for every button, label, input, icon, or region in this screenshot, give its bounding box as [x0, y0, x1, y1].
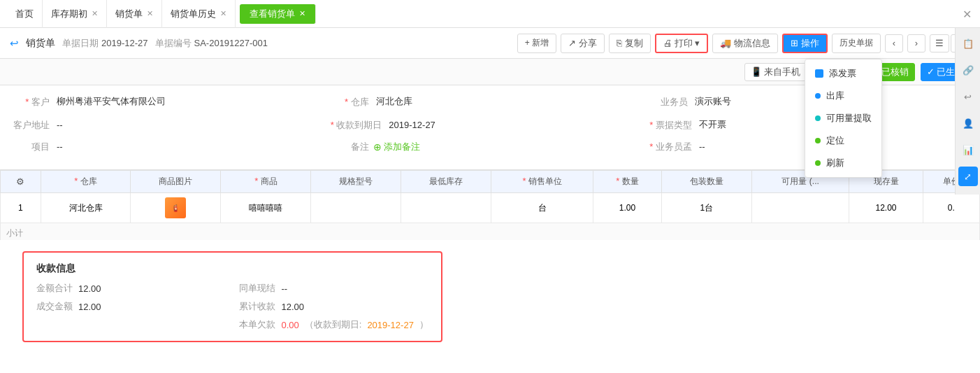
col-image: 商品图片	[131, 171, 221, 193]
tab-inventory-init[interactable]: 库存期初 ✕	[43, 0, 107, 28]
tab-bar: 首页 库存期初 ✕ 销货单 ✕ 销货单历史 ✕ 查看销货单 ✕ ✕	[0, 0, 980, 28]
meta-date: 单据日期 2019-12-27	[62, 37, 148, 50]
project-value: --	[54, 140, 138, 154]
customer-field: 客户 柳州粤港平安气体有限公司	[11, 94, 331, 110]
toolbar-right: + 新增 ↗ 分享 ⎘ 复制 🖨 打印 ▾ 🚚 物流信息 ⊞ 操作	[517, 34, 970, 53]
data-table: ⚙ * 仓库 商品图片 * 商品 规格型号 最低库存 * 销售单位 * 数量 包…	[0, 170, 980, 240]
tab-close-history[interactable]: ✕	[220, 9, 226, 18]
locate-dot	[815, 138, 821, 143]
dropdown-item-refresh[interactable]: 刷新	[805, 152, 881, 174]
invoice-icon	[815, 69, 823, 78]
table-container: ⚙ * 仓库 商品图片 * 商品 规格型号 最低库存 * 销售单位 * 数量 包…	[0, 170, 980, 240]
refresh-dot	[815, 160, 821, 166]
tab-view-sales[interactable]: 查看销货单 ✕	[240, 4, 316, 24]
cell-spec	[311, 193, 401, 223]
sidebar-icon-expand[interactable]: ⤢	[958, 167, 978, 186]
summary-area: 收款信息 金额合计 12.00 同单现结 -- 成交金额 12.00 累计收款 …	[22, 251, 442, 342]
mobile-icon: 📱	[751, 66, 762, 77]
print-icon: 🖨	[663, 38, 672, 48]
sidebar-icon-2[interactable]: 🔗	[958, 60, 978, 80]
cell-index: 1	[1, 193, 41, 223]
tab-close-sales[interactable]: ✕	[147, 9, 153, 18]
cell-available	[751, 193, 849, 223]
list-view-button[interactable]: ☰	[930, 34, 949, 52]
col-settings[interactable]: ⚙	[1, 171, 41, 193]
customer-value: 柳州粤港平安气体有限公司	[54, 94, 168, 110]
warehouse-field: 仓库 河北仓库	[331, 94, 650, 110]
operation-button[interactable]: ⊞ 操作	[782, 34, 828, 53]
project-field: 项目 --	[11, 140, 331, 154]
summary-due: 本单欠款 0.00 （收款到期日: 2019-12-27 ）	[239, 318, 428, 331]
main-toolbar: ↩ 销货单 单据日期 2019-12-27 单据编号 SA-20191227-0…	[0, 28, 980, 59]
total-value: 12.00	[78, 283, 101, 294]
nav-next-button[interactable]: ›	[907, 34, 925, 52]
summary-wrapper: 收款信息 金额合计 12.00 同单现结 -- 成交金额 12.00 累计收款 …	[0, 240, 980, 353]
due-value: 0.00	[281, 320, 298, 330]
tab-close-view[interactable]: ✕	[299, 9, 305, 18]
staff-label: 业务员	[649, 96, 688, 108]
cell-warehouse: 河北仓库	[41, 193, 131, 223]
operation-icon: ⊞	[791, 38, 798, 48]
copy-icon: ⎘	[617, 38, 622, 48]
dropdown-item-available[interactable]: 可用量提取	[805, 107, 881, 129]
add-note-button[interactable]: ⊕ 添加备注	[373, 141, 420, 153]
address-label: 客户地址	[11, 119, 50, 132]
cell-unit: 台	[491, 193, 593, 223]
sidebar-icon-4[interactable]: 👤	[958, 113, 978, 133]
col-quantity: * 数量	[593, 171, 661, 193]
payment-date-field: 收款到期日 2019-12-27	[331, 118, 650, 132]
share-icon: ↗	[568, 38, 576, 48]
project-label: 项目	[11, 141, 50, 153]
tab-sales-history[interactable]: 销货单历史 ✕	[162, 0, 236, 28]
cell-image: 🧯	[131, 193, 221, 223]
operation-dropdown: 添发票 出库 可用量提取 定位 刷新	[805, 59, 882, 178]
dropdown-item-outbound[interactable]: 出库	[805, 85, 881, 107]
cell-quantity: 1.00	[593, 193, 661, 223]
subtotal-row: 小计	[1, 223, 980, 241]
sidebar-icon-1[interactable]: 📋	[958, 34, 978, 53]
history-button[interactable]: 历史单据	[832, 34, 881, 53]
dropdown-item-invoice[interactable]: 添发票	[805, 62, 881, 85]
available-dot	[815, 115, 821, 121]
col-min-stock: 最低库存	[401, 171, 491, 193]
share-button[interactable]: ↗ 分享	[561, 34, 605, 53]
tab-sales[interactable]: 销货单 ✕	[107, 0, 162, 28]
dropdown-item-locate[interactable]: 定位	[805, 129, 881, 152]
cell-price: 0.	[923, 193, 979, 223]
nav-prev-button[interactable]: ‹	[885, 34, 903, 52]
col-product: * 商品	[221, 171, 311, 193]
print-dropdown-icon: ▾	[695, 38, 700, 48]
print-button[interactable]: 🖨 打印 ▾	[655, 34, 708, 53]
logistics-button[interactable]: 🚚 物流信息	[712, 34, 778, 53]
address-field: 客户地址 --	[11, 118, 331, 132]
tab-close-inventory[interactable]: ✕	[92, 9, 98, 18]
warehouse-label: 仓库	[331, 96, 369, 108]
payment-date-label: 收款到期日	[331, 119, 382, 132]
from-mobile-button[interactable]: 📱 来自手机	[744, 63, 807, 81]
summary-deal-amount: 成交金额 12.00	[36, 300, 225, 313]
col-pack-qty: 包装数量	[661, 171, 751, 193]
product-image: 🧯	[165, 197, 186, 218]
copy-button[interactable]: ⎘ 复制	[609, 34, 651, 53]
doc-title: 销货单	[26, 37, 55, 50]
cell-stock: 12.00	[849, 193, 923, 223]
table-row: 1 河北仓库 🧯 嘻嘻嘻嘻 台 1.00 1台 12.00 0.	[1, 193, 980, 223]
summary-total: 金额合计 12.00	[36, 282, 225, 295]
customer-label: 客户	[11, 96, 50, 108]
address-value: --	[54, 118, 138, 132]
window-close-icon[interactable]: ✕	[963, 7, 972, 20]
outbound-dot	[815, 93, 821, 99]
summary-title: 收款信息	[36, 262, 428, 275]
summary-grid: 金额合计 12.00 同单现结 -- 成交金额 12.00 累计收款 12.00	[36, 282, 428, 331]
cell-min-stock	[401, 193, 491, 223]
tab-home[interactable]: 首页	[7, 0, 43, 28]
payment-date-value: 2019-12-27	[386, 118, 470, 132]
new-button[interactable]: + 新增	[517, 34, 556, 53]
col-spec: 规格型号	[311, 171, 401, 193]
sidebar-icon-5[interactable]: 📊	[958, 140, 978, 160]
sidebar-icon-3[interactable]: ↩	[958, 87, 978, 106]
salesman-value: --	[696, 140, 780, 154]
cell-product: 嘻嘻嘻嘻	[221, 193, 311, 223]
effect-icon: ✓	[927, 66, 935, 77]
summary-cumulative: 累计收款 12.00	[239, 300, 428, 313]
